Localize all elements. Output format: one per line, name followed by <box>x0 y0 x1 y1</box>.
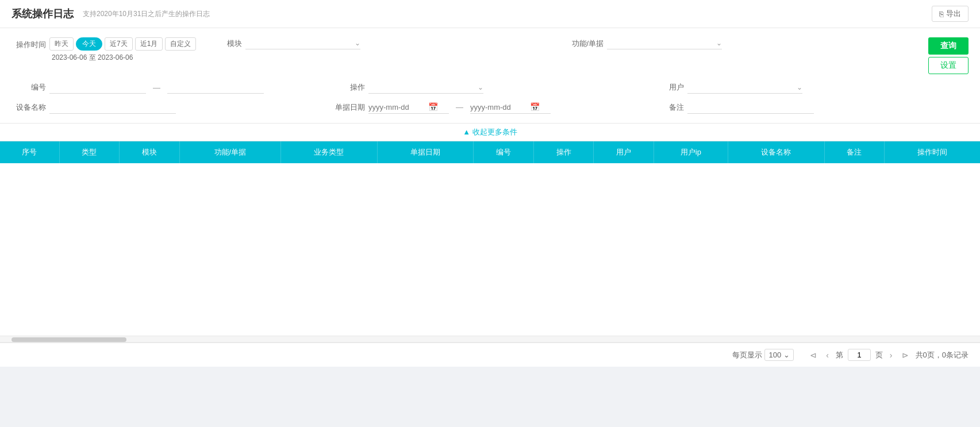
col-module: 模块 <box>120 141 179 163</box>
module-chevron-icon: ⌄ <box>355 39 360 47</box>
col-user: 用户 <box>594 141 654 163</box>
per-page-label: 每页显示 <box>732 350 762 360</box>
col-device: 设备名称 <box>728 141 824 163</box>
next-page-button[interactable]: › <box>887 349 895 361</box>
horizontal-scrollbar[interactable] <box>0 336 980 343</box>
empty-area <box>0 163 980 336</box>
pagination: 每页显示 100 ⌄ ⊲ ‹ 第 页 › ⊳ 共0页，0条记录 <box>0 343 980 367</box>
table-container: 序号 类型 模块 功能/单据 业务类型 单据日期 编号 操作 用户 用户ip 设… <box>0 141 980 336</box>
doc-date-label: 单据日期 <box>330 102 365 113</box>
remark-label: 备注 <box>650 102 684 113</box>
func-select[interactable]: ⌄ <box>607 37 722 49</box>
col-type: 类型 <box>59 141 119 163</box>
page-unit: 页 <box>875 350 883 360</box>
filter-panel: 操作时间 昨天 今天 近7天 近1月 自定义 2023-06-06 至 2023… <box>0 28 980 124</box>
remark-input[interactable] <box>687 101 814 114</box>
time-range-display: 2023-06-06 至 2023-06-06 <box>52 53 196 63</box>
page-title: 系统操作日志 <box>11 7 74 21</box>
time-label: 操作时间 <box>11 37 46 50</box>
page-number-input[interactable] <box>848 349 871 361</box>
col-biztype: 业务类型 <box>281 141 378 163</box>
page-size-chevron-icon: ⌄ <box>783 351 790 359</box>
table-header-row: 序号 类型 模块 功能/单据 业务类型 单据日期 编号 操作 用户 用户ip 设… <box>0 141 980 163</box>
time-btn-7days[interactable]: 近7天 <box>105 37 133 51</box>
user-label: 用户 <box>650 82 684 93</box>
func-label: 功能/单据 <box>563 39 604 49</box>
action-buttons: 查询 设置 <box>928 37 969 74</box>
collapse-label: 收起更多条件 <box>472 128 517 136</box>
page-header: 系统操作日志 支持2020年10月31日之后产生的操作日志 ⎘ 导出 <box>0 0 980 28</box>
col-seq: 序号 <box>0 141 59 163</box>
last-page-button[interactable]: ⊳ <box>900 349 911 361</box>
col-optime: 操作时间 <box>884 141 980 163</box>
num-label: 编号 <box>11 82 46 93</box>
calendar-start-icon[interactable]: 📅 <box>428 102 438 111</box>
doc-date-end-wrap: 📅 <box>470 101 551 114</box>
user-select[interactable]: ⌄ <box>687 82 802 94</box>
page-size-select[interactable]: 100 ⌄ <box>764 349 794 361</box>
page-subtitle: 支持2020年10月31日之后产生的操作日志 <box>83 9 210 19</box>
operation-chevron-icon: ⌄ <box>478 83 483 91</box>
doc-date-start-wrap: 📅 <box>368 101 449 114</box>
operation-label: 操作 <box>330 82 365 93</box>
settings-button[interactable]: 设置 <box>928 57 969 74</box>
page-size-section: 每页显示 100 ⌄ <box>732 349 794 361</box>
first-page-button[interactable]: ⊲ <box>808 349 819 361</box>
prev-page-button[interactable]: ‹ <box>824 349 831 361</box>
col-op: 操作 <box>533 141 593 163</box>
data-table: 序号 类型 模块 功能/单据 业务类型 单据日期 编号 操作 用户 用户ip 设… <box>0 141 980 163</box>
col-func: 功能/单据 <box>179 141 280 163</box>
col-docdate: 单据日期 <box>377 141 474 163</box>
operation-select[interactable]: ⌄ <box>368 82 483 94</box>
time-btn-1month[interactable]: 近1月 <box>135 37 163 51</box>
scrollbar-thumb[interactable] <box>11 337 126 342</box>
doc-date-start-input[interactable] <box>368 103 426 111</box>
export-icon: ⎘ <box>939 10 944 18</box>
num-end-input[interactable] <box>167 81 264 94</box>
time-btn-custom[interactable]: 自定义 <box>165 37 196 51</box>
collapse-chevron-icon: ▲ <box>463 128 472 136</box>
page-size-value: 100 <box>768 351 781 359</box>
col-num: 编号 <box>474 141 533 163</box>
table-header: 序号 类型 模块 功能/单据 业务类型 单据日期 编号 操作 用户 用户ip 设… <box>0 141 980 163</box>
query-button[interactable]: 查询 <box>928 37 969 55</box>
time-btn-yesterday[interactable]: 昨天 <box>49 37 74 51</box>
module-select[interactable]: ⌄ <box>245 37 360 49</box>
col-remark: 备注 <box>824 141 884 163</box>
func-chevron-icon: ⌄ <box>716 39 722 47</box>
calendar-end-icon[interactable]: 📅 <box>530 102 540 111</box>
device-input[interactable] <box>49 101 176 114</box>
time-btn-today[interactable]: 今天 <box>76 37 102 51</box>
doc-date-end-input[interactable] <box>470 103 528 111</box>
page-label: 第 <box>836 350 843 360</box>
user-chevron-icon: ⌄ <box>797 83 802 91</box>
export-button[interactable]: ⎘ 导出 <box>932 6 969 22</box>
collapse-bar[interactable]: ▲ 收起更多条件 <box>0 124 980 141</box>
module-label: 模块 <box>207 39 242 49</box>
total-info: 共0页，0条记录 <box>916 350 969 360</box>
device-label: 设备名称 <box>11 102 46 113</box>
num-start-input[interactable] <box>49 81 146 94</box>
col-userip: 用户ip <box>654 141 728 163</box>
